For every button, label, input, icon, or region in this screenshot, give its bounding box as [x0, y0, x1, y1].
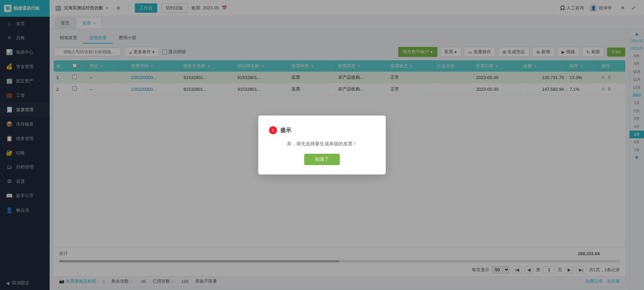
- dialog-ok-button[interactable]: 知道了: [304, 154, 340, 165]
- dialog-message: 亲，请先选择要生成单据的发票！: [287, 141, 357, 147]
- dialog-overlay: ! 提示 亲，请先选择要生成单据的发票！ 知道了: [0, 0, 644, 290]
- dialog-title-row: ! 提示: [269, 126, 375, 134]
- alert-dialog: ! 提示 亲，请先选择要生成单据的发票！ 知道了: [258, 116, 386, 174]
- dialog-title: 提示: [280, 127, 291, 134]
- warning-icon: !: [269, 126, 277, 134]
